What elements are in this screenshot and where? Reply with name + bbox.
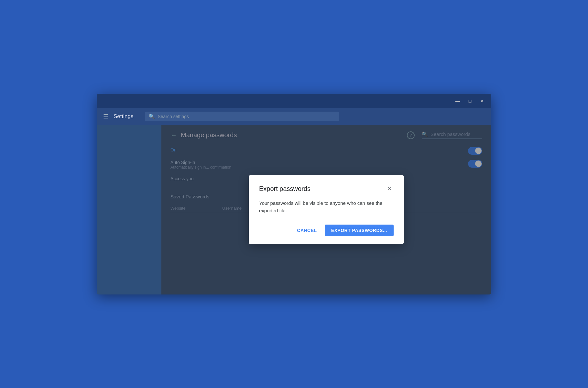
- browser-window: — □ ✕ ☰ Settings 🔍 ← Manage passwords ? …: [97, 94, 491, 294]
- dialog-header: Export passwords ✕: [259, 184, 394, 193]
- dialog-title: Export passwords: [259, 185, 310, 193]
- hamburger-icon[interactable]: ☰: [103, 113, 108, 120]
- dialog-overlay: Export passwords ✕ Your passwords will b…: [161, 125, 491, 294]
- minimize-button[interactable]: —: [453, 98, 462, 104]
- search-settings-input[interactable]: [158, 114, 335, 119]
- export-passwords-button[interactable]: EXPORT PASSWORDS...: [325, 225, 394, 236]
- search-settings-container: 🔍: [145, 112, 339, 121]
- close-button[interactable]: ✕: [478, 98, 487, 104]
- settings-title: Settings: [114, 113, 133, 120]
- dialog-actions: CANCEL EXPORT PASSWORDS...: [259, 225, 394, 236]
- title-bar: — □ ✕: [97, 94, 491, 108]
- maximize-button[interactable]: □: [465, 98, 474, 104]
- search-settings-icon: 🔍: [149, 114, 155, 119]
- cancel-button[interactable]: CANCEL: [292, 225, 322, 236]
- main-area: ← Manage passwords ? 🔍 On: [97, 125, 491, 294]
- dialog-body: Your passwords will be visible to anyone…: [259, 200, 394, 214]
- settings-header: ☰ Settings 🔍: [97, 108, 491, 125]
- dialog-close-button[interactable]: ✕: [385, 184, 394, 193]
- export-passwords-dialog: Export passwords ✕ Your passwords will b…: [249, 175, 404, 244]
- sidebar: [97, 125, 161, 294]
- content-pane: ← Manage passwords ? 🔍 On: [161, 125, 491, 294]
- title-bar-controls: — □ ✕: [453, 98, 487, 104]
